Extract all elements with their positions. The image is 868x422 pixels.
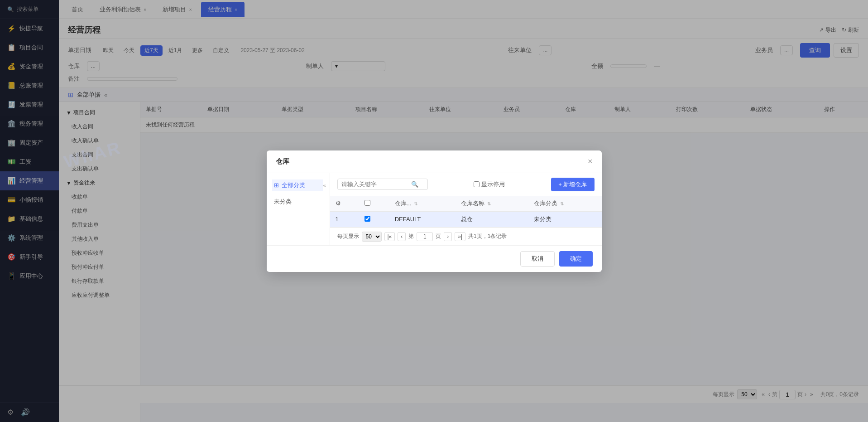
modal-left-panel: ⊞ 全部分类 « 未分类 (267, 173, 330, 245)
row-code: DEFAULT (389, 211, 456, 227)
row-index: 1 (330, 211, 360, 227)
modal-page-label-suf: 页 (436, 233, 441, 240)
modal-close-button[interactable]: × (588, 157, 593, 166)
cancel-button[interactable]: 取消 (520, 251, 555, 267)
modal-col-category: 仓库分类 ⇅ (528, 196, 601, 212)
modal-per-page-select[interactable]: 50 (362, 232, 382, 242)
modal-title: 仓库 (276, 157, 289, 166)
code-sort-icon: ⇅ (414, 201, 417, 206)
modal-prev-btn[interactable]: ‹ (398, 232, 406, 241)
modal-collapse-btn[interactable]: « (323, 183, 326, 188)
modal-category-all[interactable]: ⊞ 全部分类 (272, 179, 323, 191)
uncategorized-label: 未分类 (274, 198, 292, 206)
row-category: 未分类 (528, 211, 601, 227)
row-select-checkbox[interactable] (364, 216, 370, 222)
modal-table-row[interactable]: 1 DEFAULT 总仓 未分类 (330, 211, 602, 227)
modal-search-icon: 🔍 (411, 181, 418, 188)
add-warehouse-button[interactable]: + 新增仓库 (551, 178, 594, 191)
modal-col-name: 仓库名称 ⇅ (456, 196, 528, 212)
modal-col-code: 仓库... ⇅ (389, 196, 456, 212)
modal-first-btn[interactable]: |« (384, 232, 395, 241)
show-disabled-label[interactable]: 显示停用 (474, 180, 505, 189)
modal-total-label: 共1页，1条记录 (468, 233, 507, 240)
modal-overlay[interactable]: 仓库 × ⊞ 全部分类 « 未分类 (0, 0, 868, 422)
modal-toolbar: 🔍 显示停用 + 新增仓库 (330, 173, 602, 196)
row-checkbox[interactable] (359, 211, 389, 227)
category-all-label: 全部分类 (282, 181, 305, 189)
category-sort-icon: ⇅ (560, 201, 564, 206)
confirm-button[interactable]: 确定 (559, 251, 593, 267)
modal-search-input[interactable] (341, 181, 409, 188)
modal-pager: 每页显示 50 |« ‹ 第 页 › »| 共1页，1条记录 (337, 232, 507, 242)
modal-select-all-checkbox[interactable] (364, 200, 370, 206)
modal-page-label-pre: 第 (408, 233, 414, 240)
category-grid-icon: ⊞ (274, 182, 279, 189)
modal-col-checkbox (359, 196, 389, 212)
show-disabled-checkbox[interactable] (474, 181, 480, 187)
modal-next-btn[interactable]: › (444, 232, 452, 241)
name-sort-icon: ⇅ (487, 201, 491, 206)
modal-search-box[interactable]: 🔍 (337, 179, 428, 190)
modal-page-input[interactable] (417, 232, 433, 241)
warehouse-modal: 仓库 × ⊞ 全部分类 « 未分类 (267, 150, 602, 272)
modal-category-uncategorized[interactable]: 未分类 (267, 194, 330, 209)
modal-per-page-label: 每页显示 (337, 233, 359, 240)
modal-action-bar: 取消 确定 (267, 245, 602, 272)
modal-body: ⊞ 全部分类 « 未分类 🔍 (267, 173, 602, 245)
modal-right-panel: 🔍 显示停用 + 新增仓库 ⚙ (330, 173, 602, 245)
modal-table-wrap: ⚙ 仓库... ⇅ 仓库名称 ⇅ (330, 196, 602, 228)
modal-table-header-row: ⚙ 仓库... ⇅ 仓库名称 ⇅ (330, 196, 602, 212)
modal-table: ⚙ 仓库... ⇅ 仓库名称 ⇅ (330, 196, 602, 228)
app-wrapper: 🔍 搜索菜单 ⚡快捷导航📋项目合同💰资金管理📒总账管理🧾发票管理🏛️税务管理🏢固… (0, 0, 868, 422)
modal-col-settings: ⚙ (330, 196, 360, 212)
modal-last-btn[interactable]: »| (455, 232, 465, 241)
row-name: 总仓 (456, 211, 528, 227)
modal-footer-bar: 每页显示 50 |« ‹ 第 页 › »| 共1页，1条记录 (330, 228, 602, 245)
modal-header: 仓库 × (267, 150, 602, 173)
